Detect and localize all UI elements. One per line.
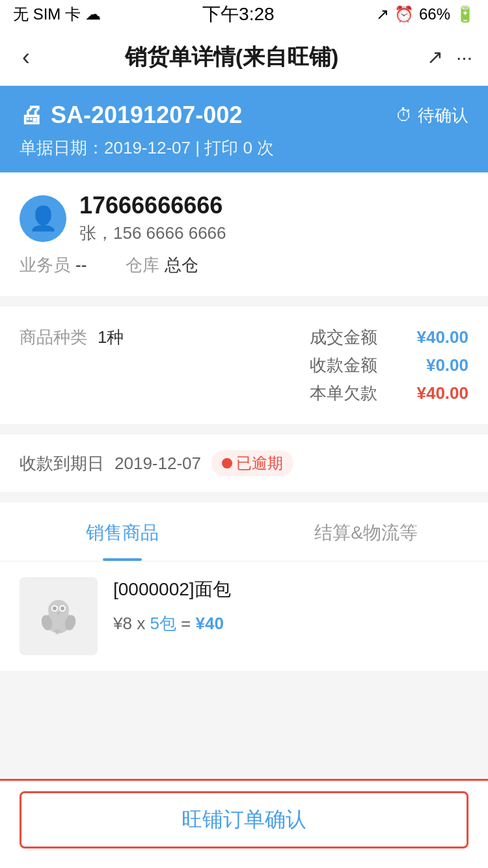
- price-qty: 5包: [150, 614, 176, 633]
- received-amount-row: 收款金额 ¥0.00: [310, 354, 468, 377]
- product-price: ¥8 x 5包 = ¥40: [113, 612, 468, 635]
- avatar-icon: 👤: [29, 205, 58, 232]
- battery-text: 66%: [419, 5, 450, 23]
- nav-bar: ‹ 销货单详情(来自旺铺) ↗ ···: [0, 29, 488, 86]
- overdue-dot-icon: [222, 458, 232, 468]
- avatar: 👤: [20, 195, 66, 242]
- tab-settlement-label: 结算&物流等: [314, 522, 418, 543]
- confirm-button[interactable]: 旺铺订单确认: [20, 791, 468, 848]
- price-base: ¥8 x: [113, 614, 150, 633]
- order-status: ⏱ 待确认: [396, 104, 468, 127]
- product-name: [0000002]面包: [113, 577, 468, 602]
- overdue-badge: 已逾期: [211, 450, 293, 476]
- customer-meta: 业务员 -- 仓库 总仓: [20, 254, 468, 277]
- status-left: 无 SIM 卡 ☁: [13, 4, 101, 25]
- back-button[interactable]: ‹: [16, 37, 36, 77]
- deal-amount-value: ¥40.00: [390, 327, 468, 347]
- share-icon[interactable]: ↗: [427, 46, 443, 68]
- order-header: 🖨 SA-20191207-002 ⏱ 待确认 单据日期：2019-12-07 …: [0, 86, 488, 172]
- owed-amount-label: 本单欠款: [310, 382, 377, 405]
- overdue-text: 已逾期: [236, 453, 283, 474]
- price-equals: =: [176, 614, 196, 633]
- clock-icon: ⏱: [396, 105, 413, 126]
- due-date-card: 收款到期日 2019-12-07 已逾期: [0, 435, 488, 492]
- product-type-label: 商品种类: [20, 326, 87, 349]
- page-title: 销货单详情(来自旺铺): [125, 42, 339, 72]
- tab-settlement[interactable]: 结算&物流等: [244, 502, 488, 561]
- stats-right: 成交金额 ¥40.00 收款金额 ¥0.00 本单欠款 ¥40.00: [310, 326, 468, 405]
- tabs: 销售商品 结算&物流等: [0, 502, 488, 562]
- alarm-icon: ⏰: [394, 5, 414, 23]
- product-thumbnail: 管+: [20, 577, 98, 655]
- warehouse-label: 仓库: [126, 254, 159, 277]
- print-icon: 🖨: [20, 102, 43, 129]
- svg-point-1: [48, 600, 69, 619]
- deal-amount-label: 成交金额: [310, 326, 377, 349]
- product-type-value: 1种: [98, 326, 124, 349]
- tabs-container: 销售商品 结算&物流等: [0, 502, 488, 562]
- received-amount-value: ¥0.00: [390, 355, 468, 375]
- due-date-value: 2019-12-07: [115, 454, 201, 474]
- status-time: 下午3:28: [202, 2, 275, 27]
- no-sim-text: 无 SIM 卡 ☁: [13, 4, 101, 25]
- customer-card: 👤 17666666666 张，156 6666 6666 业务员 -- 仓库 …: [0, 172, 488, 296]
- product-card: 管+ [0000002]面包 ¥8 x 5包 = ¥40: [0, 562, 488, 671]
- owed-amount-row: 本单欠款 ¥40.00: [310, 382, 468, 405]
- order-number-text: SA-20191207-002: [51, 102, 242, 129]
- svg-text:管+: 管+: [55, 629, 63, 635]
- owl-logo-icon: 管+: [33, 597, 85, 636]
- order-number: 🖨 SA-20191207-002: [20, 102, 242, 129]
- due-date-label: 收款到期日: [20, 452, 104, 475]
- order-date: 单据日期：2019-12-07 | 打印 0 次: [20, 137, 468, 159]
- deal-amount-row: 成交金额 ¥40.00: [310, 326, 468, 349]
- bottom-bar: 旺铺订单确认: [0, 779, 488, 868]
- customer-sub: 张，156 6666 6666: [79, 222, 226, 245]
- svg-point-5: [61, 606, 64, 610]
- stats-card: 商品种类 1种 成交金额 ¥40.00 收款金额 ¥0.00 本单欠款 ¥40.…: [0, 306, 488, 424]
- status-right: ↗ ⏰ 66% 🔋: [376, 5, 475, 23]
- product-info: [0000002]面包 ¥8 x 5包 = ¥40: [113, 577, 468, 635]
- tab-products-label: 销售商品: [86, 522, 159, 543]
- customer-phone: 17666666666: [79, 192, 226, 219]
- battery-icon: 🔋: [455, 5, 475, 23]
- status-text: 待确认: [418, 104, 468, 127]
- nav-actions: ↗ ···: [427, 46, 472, 68]
- price-total: ¥40: [195, 614, 223, 633]
- status-bar: 无 SIM 卡 ☁ 下午3:28 ↗ ⏰ 66% 🔋: [0, 0, 488, 29]
- salesman-label: 业务员: [20, 254, 70, 277]
- location-icon: ↗: [376, 5, 389, 23]
- owed-amount-value: ¥40.00: [390, 383, 468, 403]
- tab-products[interactable]: 销售商品: [0, 502, 244, 561]
- received-amount-label: 收款金额: [310, 354, 377, 377]
- more-icon[interactable]: ···: [456, 46, 472, 68]
- svg-point-4: [53, 606, 57, 610]
- salesman-value: --: [75, 255, 87, 275]
- warehouse-value: 总仓: [165, 254, 198, 277]
